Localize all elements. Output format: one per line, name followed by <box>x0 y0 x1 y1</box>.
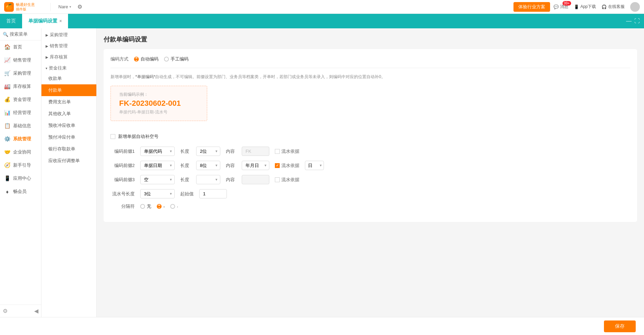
group-capital[interactable]: ▾ 资金往来 <box>41 62 96 73</box>
sidebar-item-bank[interactable]: 银行存取款单 <box>41 143 96 155</box>
serial3-checkbox[interactable] <box>275 177 280 182</box>
serial2-day-select[interactable]: 日 月 年 <box>305 161 324 170</box>
enterprise-icon: 🤝 <box>4 149 10 155</box>
sidebar-item-enterprise[interactable]: 🤝 企业协同 <box>0 146 41 159</box>
prefix2-select-wrap: 单据日期 <box>140 161 175 170</box>
separator-dot-circle <box>170 204 175 209</box>
serial-length-select[interactable]: 3位 <box>140 189 175 198</box>
prefix1-select[interactable]: 单据代码 <box>140 147 175 156</box>
manual-encode-radio-circle <box>164 57 169 62</box>
separator-dot-radio[interactable]: · <box>170 204 178 209</box>
arrow-inventory-icon: ▶ <box>46 55 48 59</box>
minimize-icon[interactable]: — <box>626 18 632 24</box>
sidebar-item-basic[interactable]: 📋 基础信息 <box>0 119 41 132</box>
avatar[interactable] <box>630 2 640 12</box>
save-button[interactable]: 保存 <box>604 320 636 332</box>
auto-fill-row: 新增单据自动补空号 <box>110 133 630 140</box>
serial2-checkbox-wrap[interactable]: ✓ 流水依据 <box>275 162 299 169</box>
serial2-checkbox[interactable]: ✓ <box>275 163 280 168</box>
manual-encode-radio[interactable]: 手工编码 <box>164 56 189 62</box>
message-badge: 99+ <box>563 1 571 6</box>
basic-icon: 📋 <box>4 123 10 129</box>
brand-text: 畅通好生意 插件版 <box>16 2 35 11</box>
search-label: 搜索菜单 <box>10 31 28 37</box>
separator-none-radio[interactable]: 无 <box>140 203 151 210</box>
sidebar-item-system[interactable]: ⚙️ 系统管理 <box>0 132 41 146</box>
content3-input[interactable] <box>242 175 269 184</box>
start-value-input[interactable] <box>199 189 227 198</box>
message-icon-item[interactable]: 💬 消息 99+ <box>554 4 568 10</box>
auto-fill-label: 新增单据自动补空号 <box>118 133 158 140</box>
sidebar-item-member[interactable]: ♦ 畅会员 <box>0 185 41 198</box>
serial3-checkbox-wrap[interactable]: 流水依据 <box>275 177 299 183</box>
sidebar-item-expense[interactable]: 费用支出单 <box>41 96 96 108</box>
dropdown-text: Nare <box>58 4 68 9</box>
preview-box: 当前编码示例： FK-20230602-001 单据代码-单据日期-流水号 <box>110 86 207 121</box>
section-sales: ▶ 销售管理 <box>41 39 96 50</box>
sidebar-item-finance[interactable]: 💰 资金管理 <box>0 93 41 106</box>
separator-dash-circle <box>157 204 162 209</box>
prefix1-label: 编码前缀1 <box>110 148 135 155</box>
experience-btn[interactable]: 体验行业方案 <box>513 2 550 12</box>
collapse-icon[interactable]: ◀ <box>34 308 38 314</box>
sidebar-item-receipt[interactable]: 收款单 <box>41 73 96 84</box>
sidebar-item-sales[interactable]: 📈 销售管理 <box>0 54 41 67</box>
group-sales[interactable]: ▶ 销售管理 <box>41 39 96 50</box>
finance-icon: 💰 <box>4 96 10 103</box>
sidebar-item-purchase[interactable]: 🛒 采购管理 <box>0 67 41 80</box>
sidebar-item-other-income[interactable]: 其他收入单 <box>41 108 96 120</box>
tab-close-icon[interactable]: × <box>59 19 62 24</box>
serial1-checkbox-wrap[interactable]: 流水依据 <box>275 148 299 155</box>
preview-code: FK-20230602-001 <box>119 99 199 108</box>
group-inventory[interactable]: ▶ 库存核算 <box>41 50 96 62</box>
nav-dropdown[interactable]: Nare ▾ <box>56 3 74 11</box>
chevron-down-icon: ▾ <box>69 5 71 9</box>
sidebar-item-operation[interactable]: 📊 经营管理 <box>0 106 41 119</box>
prefix2-select[interactable]: 单据日期 <box>140 161 175 170</box>
tab-encode-setting[interactable]: 单据编码设置 × <box>22 14 68 28</box>
maximize-icon[interactable]: ⛶ <box>634 18 640 24</box>
content2-select[interactable]: 年月日 <box>242 161 269 170</box>
group-inventory-label: 库存核算 <box>50 54 68 60</box>
auto-encode-radio[interactable]: 自动编码 <box>134 56 158 62</box>
group-purchase[interactable]: ▶ 采购管理 <box>41 28 96 39</box>
apps-icon: 📱 <box>4 175 10 182</box>
sidebar-label-system: 系统管理 <box>13 136 31 142</box>
prefix2-label: 编码前缀2 <box>110 162 135 169</box>
online-service-item[interactable]: 🎧 在线客服 <box>602 4 625 10</box>
sidebar-menu: 🏠 首页 📈 销售管理 🛒 采购管理 🏭 库存核算 💰 资金管理 📊 经 <box>0 40 41 305</box>
tab-home[interactable]: 首页 <box>0 14 22 28</box>
newbie-icon: 🧭 <box>4 162 10 168</box>
sidebar-item-payment[interactable]: 付款单 <box>41 84 96 96</box>
length1-select[interactable]: 2位 <box>196 147 220 156</box>
manual-encode-label: 手工编码 <box>171 56 189 62</box>
sidebar-item-advance-receive[interactable]: 预收冲应收单 <box>41 120 96 131</box>
sidebar-item-adjust[interactable]: 应收应付调整单 <box>41 155 96 167</box>
sidebar-label-home: 首页 <box>13 44 22 50</box>
content1-input[interactable] <box>242 147 269 156</box>
left-sidebar: 🔍 搜索菜单 🏠 首页 📈 销售管理 🛒 采购管理 🏭 库存核算 💰 <box>0 28 41 317</box>
serial1-checkbox[interactable] <box>275 149 280 154</box>
sidebar-item-inventory[interactable]: 🏭 库存核算 <box>0 80 41 93</box>
serial-length-label: 流水号长度 <box>110 191 135 197</box>
settings-icon[interactable]: ⚙ <box>77 3 82 10</box>
main-layout: 🔍 搜索菜单 🏠 首页 📈 销售管理 🛒 采购管理 🏭 库存核算 💰 <box>0 28 644 317</box>
group-capital-label: 资金往来 <box>49 65 67 71</box>
length2-select-wrap: 8位 <box>196 161 220 170</box>
brand: 🍊 畅通好生意 插件版 <box>4 2 46 12</box>
sidebar-label-purchase: 采购管理 <box>13 70 31 76</box>
length2-select[interactable]: 8位 <box>196 161 220 170</box>
sidebar-item-newbie[interactable]: 🧭 新手引导 <box>0 159 41 172</box>
sidebar-search[interactable]: 🔍 搜索菜单 <box>0 28 41 40</box>
sidebar-item-advance-pay[interactable]: 预付冲应付单 <box>41 131 96 143</box>
headset-icon: 🎧 <box>602 4 607 9</box>
content2-label: 内容 <box>226 162 236 169</box>
prefix3-select[interactable]: 空 <box>140 175 175 184</box>
auto-fill-checkbox[interactable] <box>110 134 115 139</box>
sidebar-item-apps[interactable]: 📱 应用中心 <box>0 172 41 185</box>
settings-bottom-icon[interactable]: ⚙ <box>3 308 8 314</box>
separator-dash-radio[interactable]: - <box>157 204 165 209</box>
sidebar-item-home[interactable]: 🏠 首页 <box>0 40 41 54</box>
app-download-item[interactable]: 📱 App下载 <box>574 4 596 10</box>
length3-select[interactable] <box>196 175 220 184</box>
